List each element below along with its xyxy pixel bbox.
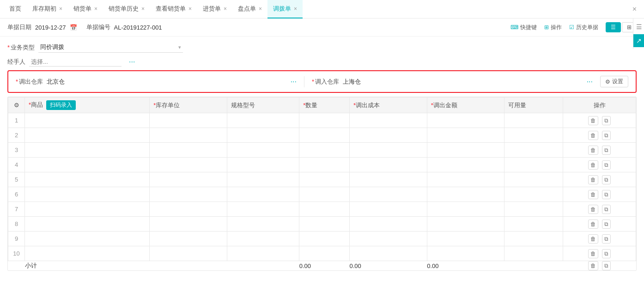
row-delete-btn[interactable]: 🗑	[588, 131, 598, 140]
cell-spec[interactable]	[227, 187, 299, 202]
sidebar-export-icon[interactable]: ↗	[633, 34, 644, 47]
row-copy-btn[interactable]: ⧉	[602, 146, 611, 155]
tab-home[interactable]: 首页	[4, 0, 27, 18]
cell-unit[interactable]	[150, 172, 227, 187]
calendar-icon[interactable]: 📅	[70, 24, 77, 31]
view-toggle-list[interactable]: ☰	[606, 22, 621, 32]
row-delete-btn[interactable]: 🗑	[588, 190, 598, 199]
row-copy-btn[interactable]: ⧉	[602, 131, 611, 140]
cell-available[interactable]	[504, 172, 563, 187]
handler-more-icon[interactable]: ···	[129, 58, 135, 66]
row-delete-btn[interactable]: 🗑	[588, 175, 598, 184]
history-btn[interactable]: ☑ 历史单据	[569, 24, 598, 31]
cell-product[interactable]	[25, 246, 150, 261]
cell-qty[interactable]	[299, 128, 350, 143]
cell-product[interactable]	[25, 187, 150, 202]
cell-unit[interactable]	[150, 113, 227, 128]
tab-inventory-init[interactable]: 库存期初 ×	[27, 0, 68, 18]
cell-unit[interactable]	[150, 158, 227, 172]
tab-sales-order[interactable]: 销货单 ×	[68, 0, 103, 18]
cell-product[interactable]	[25, 202, 150, 217]
cell-amount[interactable]	[427, 217, 504, 232]
cell-unit[interactable]	[150, 202, 227, 217]
row-copy-btn[interactable]: ⧉	[602, 205, 611, 214]
row-copy-btn[interactable]: ⧉	[602, 249, 611, 258]
cell-product[interactable]	[25, 172, 150, 187]
cell-unit[interactable]	[150, 143, 227, 158]
tab-purchase-order[interactable]: 进货单 ×	[197, 0, 232, 18]
tab-sales-history[interactable]: 销货单历史 ×	[103, 0, 150, 18]
cell-available[interactable]	[504, 187, 563, 202]
cell-spec[interactable]	[227, 128, 299, 143]
cell-spec[interactable]	[227, 202, 299, 217]
business-type-select[interactable]: 同价调拨 ▾	[38, 42, 183, 53]
gear-settings-icon[interactable]: ⚙	[14, 102, 19, 109]
tab-view-sales[interactable]: 查看销货单 ×	[150, 0, 197, 18]
subtotal-copy-btn[interactable]: ⧉	[602, 261, 611, 270]
cell-spec[interactable]	[227, 246, 299, 261]
cell-amount[interactable]	[427, 113, 504, 128]
cell-product[interactable]	[25, 158, 150, 172]
cell-unit[interactable]	[150, 232, 227, 246]
cell-available[interactable]	[504, 158, 563, 172]
cell-available[interactable]	[504, 246, 563, 261]
cell-available[interactable]	[504, 232, 563, 246]
cell-product[interactable]	[25, 143, 150, 158]
row-delete-btn[interactable]: 🗑	[588, 249, 598, 258]
cell-amount[interactable]	[427, 246, 504, 261]
cell-available[interactable]	[504, 217, 563, 232]
cell-amount[interactable]	[427, 172, 504, 187]
cell-qty[interactable]	[299, 232, 350, 246]
row-delete-btn[interactable]: 🗑	[588, 220, 598, 229]
cell-spec[interactable]	[227, 143, 299, 158]
cell-unit[interactable]	[150, 187, 227, 202]
cell-cost[interactable]	[350, 217, 427, 232]
row-delete-btn[interactable]: 🗑	[588, 160, 598, 170]
warehouse-in-more-icon[interactable]: ···	[587, 78, 593, 86]
cell-qty[interactable]	[299, 143, 350, 158]
tab-inventory-check[interactable]: 盘点单 ×	[232, 0, 267, 18]
cell-amount[interactable]	[427, 158, 504, 172]
cell-qty[interactable]	[299, 202, 350, 217]
cell-qty[interactable]	[299, 172, 350, 187]
cell-amount[interactable]	[427, 187, 504, 202]
row-copy-btn[interactable]: ⧉	[602, 175, 611, 184]
cell-amount[interactable]	[427, 202, 504, 217]
tab-close-view-sales[interactable]: ×	[188, 6, 192, 12]
cell-cost[interactable]	[350, 113, 427, 128]
cell-qty[interactable]	[299, 217, 350, 232]
row-delete-btn[interactable]: 🗑	[588, 234, 598, 244]
row-copy-btn[interactable]: ⧉	[602, 116, 611, 125]
cell-available[interactable]	[504, 202, 563, 217]
subtotal-delete-btn[interactable]: 🗑	[588, 261, 598, 270]
cell-product[interactable]	[25, 113, 150, 128]
tab-close-sales-order[interactable]: ×	[94, 6, 97, 12]
cell-spec[interactable]	[227, 232, 299, 246]
cell-qty[interactable]	[299, 113, 350, 128]
cell-qty[interactable]	[299, 158, 350, 172]
cell-spec[interactable]	[227, 158, 299, 172]
cell-cost[interactable]	[350, 143, 427, 158]
cell-product[interactable]	[25, 128, 150, 143]
cell-cost[interactable]	[350, 202, 427, 217]
cell-amount[interactable]	[427, 128, 504, 143]
row-copy-btn[interactable]: ⧉	[602, 234, 611, 244]
sidebar-list-icon[interactable]: ☰	[633, 20, 644, 33]
cell-qty[interactable]	[299, 246, 350, 261]
tab-close-purchase-order[interactable]: ×	[224, 6, 227, 12]
scan-button[interactable]: 扫码录入	[46, 100, 76, 110]
row-copy-btn[interactable]: ⧉	[602, 190, 611, 199]
cell-available[interactable]	[504, 113, 563, 128]
close-all-tabs[interactable]: ×	[629, 3, 640, 15]
row-delete-btn[interactable]: 🗑	[588, 116, 598, 125]
cell-cost[interactable]	[350, 187, 427, 202]
setting-button[interactable]: ⚙ 设置	[600, 76, 628, 87]
cell-cost[interactable]	[350, 232, 427, 246]
cell-product[interactable]	[25, 217, 150, 232]
tab-close-sales-history[interactable]: ×	[141, 6, 145, 12]
cell-amount[interactable]	[427, 143, 504, 158]
tab-close-transfer[interactable]: ×	[294, 6, 297, 12]
cell-available[interactable]	[504, 143, 563, 158]
row-copy-btn[interactable]: ⧉	[602, 220, 611, 229]
cell-qty[interactable]	[299, 187, 350, 202]
